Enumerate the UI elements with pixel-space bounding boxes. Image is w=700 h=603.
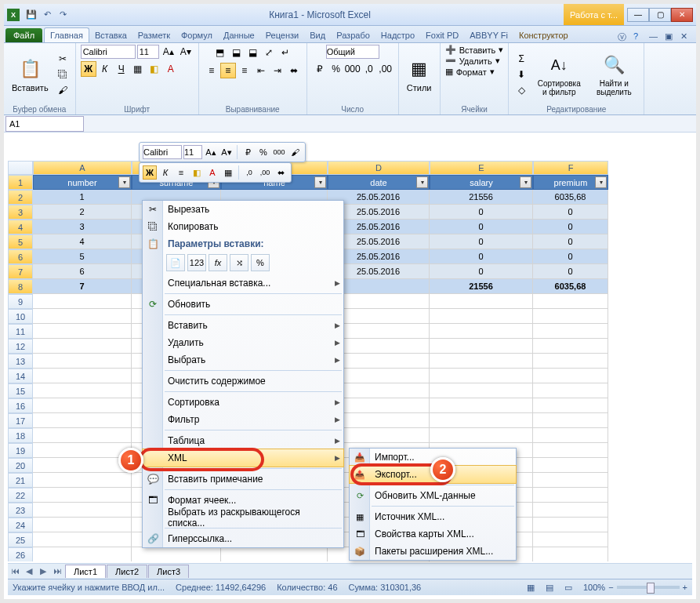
mini-dec-decimal-icon[interactable]: ,00 — [258, 165, 272, 180]
currency-icon[interactable]: ₽ — [312, 61, 328, 77]
empty-cell[interactable] — [430, 428, 533, 443]
row-header[interactable]: 6 — [8, 249, 33, 264]
table-header-cell[interactable]: date▾ — [328, 175, 430, 190]
table-cell[interactable]: 7 — [33, 279, 132, 294]
col-header-e[interactable]: E — [430, 161, 533, 175]
file-tab[interactable]: Файл — [5, 28, 42, 42]
tab-abbyy[interactable]: ABBYY Fi — [464, 28, 513, 42]
border-button[interactable]: ▦ — [130, 61, 146, 77]
orientation-icon[interactable]: ⤢ — [261, 45, 277, 60]
table-cell[interactable]: 3 — [33, 220, 132, 234]
mini-percent-icon[interactable]: % — [256, 145, 270, 159]
tab-data[interactable]: Данные — [218, 28, 260, 42]
table-cell[interactable]: 0 — [430, 205, 533, 220]
ctx-sort[interactable]: Сортировка▶ — [143, 394, 343, 411]
mini-format-painter-icon[interactable]: 🖌 — [288, 145, 302, 159]
table-cell[interactable]: 2 — [33, 205, 132, 220]
fill-color-button[interactable]: ◧ — [147, 61, 162, 77]
table-cell[interactable]: 0 — [533, 220, 608, 234]
table-cell[interactable]: 0 — [430, 264, 533, 279]
grow-font-icon[interactable]: A▴ — [161, 45, 176, 59]
row-header[interactable]: 10 — [8, 309, 33, 324]
table-cell[interactable]: 0 — [430, 249, 533, 264]
view-normal-icon[interactable]: ▦ — [527, 583, 535, 593]
table-cell[interactable]: 5 — [33, 249, 132, 264]
undo-icon[interactable]: ↶ — [40, 8, 54, 22]
empty-cell[interactable] — [430, 413, 533, 428]
ctx-copy[interactable]: ⿻Копировать — [143, 218, 343, 235]
empty-cell[interactable] — [430, 383, 533, 398]
mini-font-color-icon[interactable]: A — [205, 165, 219, 180]
empty-cell[interactable] — [221, 547, 328, 561]
font-size-input[interactable] — [137, 45, 159, 59]
empty-cell[interactable] — [533, 383, 608, 398]
align-left-icon[interactable]: ≡ — [204, 63, 219, 78]
close-button[interactable]: ✕ — [671, 8, 693, 22]
xml-source[interactable]: ▦Источник XML... — [350, 508, 516, 525]
zoom-out-icon[interactable]: − — [608, 583, 613, 592]
empty-cell[interactable] — [430, 324, 533, 339]
mini-border-icon[interactable]: ▦ — [221, 165, 235, 180]
empty-cell[interactable] — [33, 294, 132, 309]
tab-addins[interactable]: Надстро — [375, 28, 420, 42]
mini-thousands-icon[interactable]: 000 — [272, 145, 286, 159]
sheet-tab-1[interactable]: Лист1 — [65, 565, 106, 578]
row-header[interactable]: 5 — [8, 234, 33, 249]
filter-dropdown-icon[interactable]: ▾ — [118, 176, 130, 188]
table-cell[interactable]: 0 — [533, 234, 608, 249]
empty-cell[interactable] — [533, 518, 608, 532]
paste-button[interactable]: 📋 Вставить — [9, 55, 52, 94]
table-cell[interactable]: 0 — [533, 264, 608, 279]
empty-cell[interactable] — [533, 339, 608, 354]
help-icon[interactable]: ? — [633, 31, 644, 42]
empty-cell[interactable] — [533, 324, 608, 339]
xml-expansion-packs[interactable]: 📦Пакеты расширения XML... — [350, 543, 516, 560]
doc-minimize-icon[interactable]: — — [649, 31, 660, 42]
row-header[interactable]: 16 — [8, 398, 33, 413]
tab-home[interactable]: Главная — [44, 27, 89, 42]
empty-cell[interactable] — [33, 473, 132, 488]
mini-inc-decimal-icon[interactable]: ,0 — [242, 165, 256, 180]
empty-cell[interactable] — [533, 532, 608, 547]
delete-cells-icon[interactable]: ➖ — [445, 56, 456, 66]
empty-cell[interactable] — [33, 398, 132, 413]
table-cell[interactable]: 0 — [430, 220, 533, 234]
tab-foxit[interactable]: Foxit PD — [420, 28, 464, 42]
row-header[interactable]: 14 — [8, 369, 33, 383]
paste-transpose-icon[interactable]: ⤭ — [230, 254, 248, 271]
italic-button[interactable]: К — [97, 61, 113, 77]
empty-cell[interactable] — [33, 443, 132, 458]
format-painter-icon[interactable]: 🖌 — [55, 83, 71, 97]
empty-cell[interactable] — [533, 354, 608, 369]
empty-cell[interactable] — [533, 369, 608, 383]
row-header[interactable]: 17 — [8, 413, 33, 428]
empty-cell[interactable] — [33, 324, 132, 339]
ctx-delete[interactable]: Удалить▶ — [143, 334, 343, 351]
ctx-cut[interactable]: ✂Вырезать — [143, 201, 343, 218]
table-cell[interactable]: 21556 — [430, 279, 533, 294]
minimize-ribbon-icon[interactable]: ⓥ — [618, 31, 629, 42]
empty-cell[interactable] — [430, 354, 533, 369]
empty-cell[interactable] — [33, 458, 132, 473]
row-header[interactable]: 3 — [8, 205, 33, 220]
col-header-f[interactable]: F — [533, 161, 608, 175]
number-format-input[interactable] — [326, 45, 379, 59]
empty-cell[interactable] — [33, 369, 132, 383]
mini-currency-icon[interactable]: ₽ — [241, 145, 255, 159]
tab-developer[interactable]: Разрабо — [331, 28, 375, 42]
merge-icon[interactable]: ⬌ — [286, 63, 302, 78]
ctx-comment[interactable]: 💬Вставить примечание — [143, 470, 343, 488]
row-header[interactable]: 19 — [8, 443, 33, 458]
align-right-icon[interactable]: ≡ — [237, 63, 252, 78]
empty-cell[interactable] — [33, 532, 132, 547]
tab-layout[interactable]: Разметк — [132, 28, 176, 42]
styles-button[interactable]: ▦ Стили — [404, 55, 435, 94]
font-color-button[interactable]: A — [163, 61, 179, 77]
empty-cell[interactable] — [533, 413, 608, 428]
xml-refresh[interactable]: ⟳Обновить XML-данные — [350, 487, 516, 504]
col-header-d[interactable]: D — [328, 161, 430, 175]
tab-review[interactable]: Рецензи — [260, 28, 305, 42]
paste-formulas-icon[interactable]: fx — [209, 254, 227, 271]
doc-close-icon[interactable]: ✕ — [680, 31, 691, 42]
ctx-refresh[interactable]: ⟳Обновить — [143, 296, 343, 313]
